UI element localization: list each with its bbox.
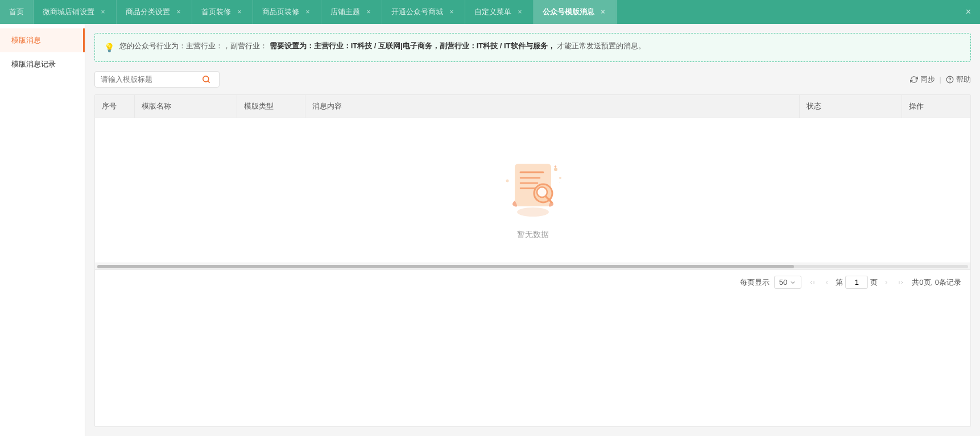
tab-home-label: 首页 <box>9 7 24 17</box>
svg-point-11 <box>537 187 547 197</box>
search-input-wrap <box>94 71 220 88</box>
tab-home-decor-label: 首页装修 <box>201 7 231 17</box>
help-icon <box>946 76 954 84</box>
sidebar-item-template-msg-log-label: 模版消息记录 <box>11 60 56 68</box>
page-prev-button[interactable] <box>821 278 833 287</box>
table-header: 序号 模版名称 模版类型 消息内容 状态 操作 <box>95 95 970 118</box>
notice-text: 您的公众号行业为：主营行业：，副营行业： 需要设置为：主营行业：IT科技 / 互… <box>119 40 646 52</box>
sync-label: 同步 <box>920 74 935 85</box>
tab-template-msg[interactable]: 公众号模版消息 × <box>534 0 617 24</box>
col-type: 模版类型 <box>237 95 305 118</box>
page-unit-label: 页 <box>870 277 878 288</box>
tab-product-category-label: 商品分类设置 <box>126 7 170 17</box>
col-action: 操作 <box>902 95 970 118</box>
tab-product-category-close[interactable]: × <box>175 8 183 16</box>
search-row: 同步 | 帮助 <box>94 71 971 88</box>
chevron-left-icon <box>824 279 830 286</box>
content-area: 💡 您的公众号行业为：主营行业：，副营行业： 需要设置为：主营行业：IT科技 /… <box>85 24 980 436</box>
horizontal-scrollbar[interactable] <box>95 263 970 269</box>
page-last-button[interactable] <box>895 278 907 287</box>
empty-text: 暂无数据 <box>517 230 549 240</box>
scrollbar-thumb <box>97 265 794 268</box>
col-name: 模版名称 <box>135 95 237 118</box>
chevron-down-icon <box>789 279 796 286</box>
sync-button[interactable]: 同步 <box>910 74 935 85</box>
col-status: 状态 <box>800 95 902 118</box>
page-size-label: 每页显示 <box>740 277 770 288</box>
tab-product-decor-label: 商品页装修 <box>262 7 299 17</box>
svg-text:✦: ✦ <box>553 164 557 169</box>
empty-icon: ✦ · <box>499 152 567 221</box>
main-layout: 模版消息 模版消息记录 💡 您的公众号行业为：主营行业：，副营行业： 需要设置为… <box>0 24 980 436</box>
tab-home-decor[interactable]: 首页装修 × <box>192 0 253 24</box>
toolbar-right: 同步 | 帮助 <box>910 74 971 85</box>
svg-point-15 <box>506 180 508 182</box>
sidebar-item-template-msg-log[interactable]: 模版消息记录 <box>0 52 85 76</box>
svg-line-1 <box>208 81 209 82</box>
empty-state: ✦ · 暂无数据 <box>95 118 970 263</box>
notice-highlight: 需要设置为：主营行业：IT科技 / 互联网|电子商务，副营行业：IT科技 / I… <box>270 41 555 50</box>
page-input[interactable] <box>845 276 868 289</box>
svg-point-14 <box>559 177 561 179</box>
col-content: 消息内容 <box>305 95 800 118</box>
tab-home-decor-close[interactable]: × <box>235 8 243 16</box>
help-label: 帮助 <box>956 74 971 85</box>
page-nav: 第 页 <box>806 276 907 289</box>
tab-shop-theme[interactable]: 店铺主题 × <box>321 0 382 24</box>
search-icon <box>202 75 210 84</box>
scrollbar-track <box>97 265 968 268</box>
tab-open-mall-label: 开通公众号商城 <box>391 7 443 17</box>
tab-template-msg-label: 公众号模版消息 <box>543 7 594 17</box>
sidebar-item-template-msg-label: 模版消息 <box>11 36 41 44</box>
tab-custom-menu[interactable]: 自定义菜单 × <box>465 0 534 24</box>
tab-custom-menu-close[interactable]: × <box>516 8 524 16</box>
help-button[interactable]: 帮助 <box>946 74 971 85</box>
pagination-row: 每页显示 50 <box>95 269 970 294</box>
tab-product-category[interactable]: 商品分类设置 × <box>117 0 192 24</box>
chevron-right-icon <box>883 279 890 286</box>
global-close-button[interactable]: × <box>957 0 980 24</box>
page-size-value: 50 <box>779 278 787 286</box>
tab-bar: 首页 微商城店铺设置 × 商品分类设置 × 首页装修 × 商品页装修 × 店铺主… <box>0 0 980 24</box>
notice-suffix: 才能正常发送预置的消息。 <box>557 41 646 50</box>
sidebar-item-template-msg[interactable]: 模版消息 <box>0 28 85 52</box>
tab-wshop-settings-label: 微商城店铺设置 <box>43 7 94 17</box>
page-prefix-label: 第 <box>836 277 843 288</box>
sidebar: 模版消息 模版消息记录 <box>0 24 85 436</box>
tab-template-msg-close[interactable]: × <box>599 8 607 16</box>
notice-icon: 💡 <box>104 41 115 55</box>
svg-text:·: · <box>559 181 560 184</box>
tab-shop-theme-label: 店铺主题 <box>330 7 360 17</box>
page-total: 共0页, 0条记录 <box>912 277 961 288</box>
tab-open-mall-close[interactable]: × <box>448 8 456 16</box>
page-first-icon <box>809 279 816 286</box>
col-index: 序号 <box>95 95 135 118</box>
page-size-select[interactable]: 50 <box>774 276 801 289</box>
search-button[interactable] <box>197 72 215 87</box>
tab-shop-theme-close[interactable]: × <box>365 8 373 16</box>
tab-custom-menu-label: 自定义菜单 <box>474 7 511 17</box>
tab-home[interactable]: 首页 <box>0 0 34 24</box>
page-last-icon <box>898 279 904 286</box>
page-first-button[interactable] <box>806 278 818 287</box>
tab-product-decor[interactable]: 商品页装修 × <box>253 0 321 24</box>
sync-icon <box>910 76 918 84</box>
tab-wshop-settings-close[interactable]: × <box>99 8 107 16</box>
notice-prefix: 您的公众号行业为：主营行业：，副营行业： <box>119 41 267 50</box>
tab-open-mall[interactable]: 开通公众号商城 × <box>382 0 465 24</box>
page-next-button[interactable] <box>880 278 892 287</box>
search-input[interactable] <box>95 72 197 87</box>
toolbar-divider: | <box>940 75 941 84</box>
notice-box: 💡 您的公众号行业为：主营行业：，副营行业： 需要设置为：主营行业：IT科技 /… <box>94 33 971 62</box>
svg-point-4 <box>517 207 549 217</box>
tab-product-decor-close[interactable]: × <box>304 8 312 16</box>
data-table: 序号 模版名称 模版类型 消息内容 状态 操作 <box>94 94 971 427</box>
tab-wshop-settings[interactable]: 微商城店铺设置 × <box>34 0 117 24</box>
